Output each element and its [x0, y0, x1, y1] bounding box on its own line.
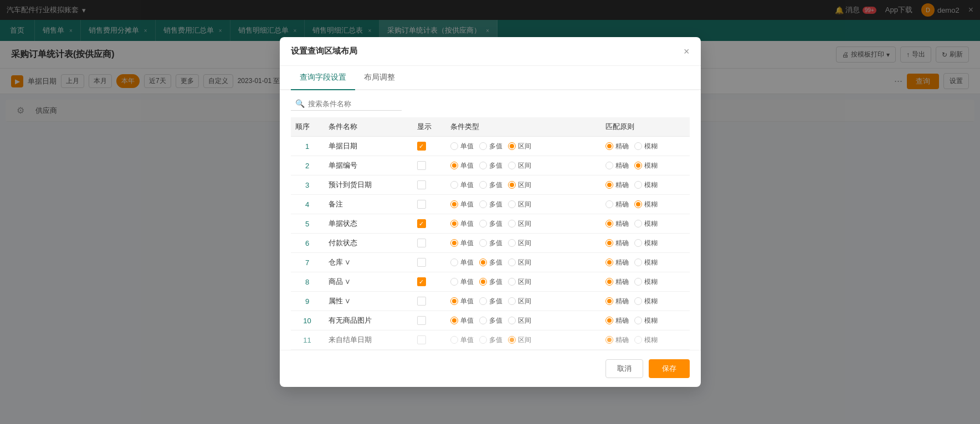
dialog-title: 设置查询区域布局 — [291, 46, 357, 56]
header-name: 条件名称 — [324, 122, 413, 127]
dialog-search-area: 🔍 — [280, 90, 701, 117]
header-display: 显示 — [413, 122, 446, 127]
table-column-headers: 顺序 条件名称 显示 条件类型 匹配原则 — [291, 117, 690, 127]
dialog-tabs: 查询字段设置 布局调整 — [280, 66, 701, 90]
tab-query-fields[interactable]: 查询字段设置 — [291, 66, 355, 90]
search-input[interactable] — [308, 100, 397, 108]
header-match: 匹配原则 — [601, 122, 701, 127]
settings-dialog: 设置查询区域布局 × 查询字段设置 布局调整 🔍 — [280, 37, 701, 127]
search-box: 🔍 — [291, 97, 402, 111]
search-icon: 🔍 — [295, 99, 305, 108]
header-order: 顺序 — [291, 122, 324, 127]
dialog-body: 🔍 顺序 条件名称 显示 条件类型 匹配原则 1 单据日期 — [280, 90, 701, 127]
dialog-header: 设置查询区域布局 × — [280, 37, 701, 66]
tab-layout-adjust[interactable]: 布局调整 — [355, 66, 404, 90]
dialog-close-button[interactable]: × — [684, 46, 690, 56]
conditions-table: 顺序 条件名称 显示 条件类型 匹配原则 1 单据日期 — [280, 117, 701, 127]
header-type: 条件类型 — [446, 122, 601, 127]
modal-overlay: 设置查询区域布局 × 查询字段设置 布局调整 🔍 — [0, 0, 980, 127]
